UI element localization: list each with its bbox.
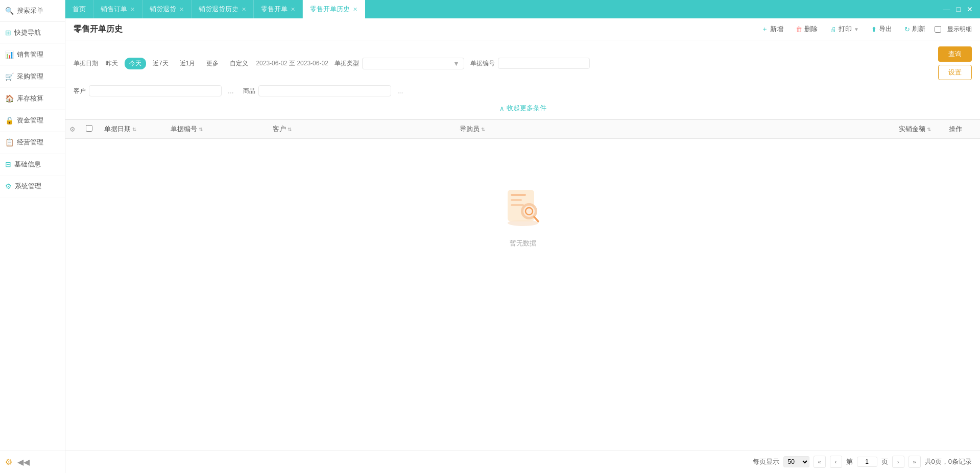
base-info-icon: ⊟ xyxy=(5,160,11,168)
sidebar-search-label: 搜索采单 xyxy=(17,6,43,15)
tab-close-icon[interactable]: ✕ xyxy=(242,6,246,13)
tab-sales-order[interactable]: 销售订单 ✕ xyxy=(93,0,142,18)
settings-icon[interactable]: ⚙ xyxy=(5,457,12,467)
refresh-button[interactable]: ↻ 刷新 xyxy=(901,22,928,36)
sidebar-item-sys-mgmt[interactable]: ⚙ 系统管理 xyxy=(0,176,65,197)
bill-num-label: 单据编号 xyxy=(470,59,495,68)
sidebar-nav-label: 基础信息 xyxy=(14,160,41,169)
query-button[interactable]: 查询 xyxy=(938,46,972,62)
goods-label: 商品 xyxy=(243,87,255,95)
sidebar: 🔍 搜索采单 ⊞ 快捷导航 📊 销售管理 🛒 采购管理 🏠 库存核算 🔒 资金管… xyxy=(0,0,65,473)
th-date[interactable]: 单据日期 ⇅ xyxy=(100,125,166,134)
delete-button[interactable]: 🗑 删除 xyxy=(793,22,821,36)
customer-input[interactable] xyxy=(89,85,222,96)
pagination: 每页显示 50 20 100 « ‹ 第 页 › » 共0页，0条记录 xyxy=(65,450,980,473)
tab-pos-open-history[interactable]: 零售开单历史 ✕ xyxy=(303,0,365,18)
filter-settings-button[interactable]: 设置 xyxy=(938,65,972,80)
sidebar-item-sales-mgmt[interactable]: 📊 销售管理 xyxy=(0,44,65,66)
tab-sales-return-history[interactable]: 销货退货历史 ✕ xyxy=(192,0,254,18)
sidebar-search[interactable]: 🔍 搜索采单 xyxy=(0,0,65,22)
empty-text: 暂无数据 xyxy=(510,239,536,248)
maximize-button[interactable]: □ xyxy=(957,5,961,13)
bill-type-label: 单据类型 xyxy=(334,59,359,68)
sidebar-item-quick-nav[interactable]: ⊞ 快捷导航 xyxy=(0,22,65,44)
last-page-button[interactable]: » xyxy=(909,456,921,468)
date-more-btn[interactable]: 更多 xyxy=(202,58,223,69)
export-button[interactable]: ⬆ 导出 xyxy=(868,22,895,36)
th-guide[interactable]: 导购员 ⇅ xyxy=(456,125,517,134)
page-total: 共0页，0条记录 xyxy=(925,457,972,466)
th-date-label: 单据日期 xyxy=(104,125,131,134)
table-header: ⚙ 单据日期 ⇅ 单据编号 ⇅ 客户 ⇅ 导购员 ⇅ 实销金额 xyxy=(65,119,980,139)
tab-close-icon[interactable]: ✕ xyxy=(130,6,135,13)
th-amount[interactable]: 实销金额 ⇅ xyxy=(874,125,935,134)
page-size-select[interactable]: 50 20 100 xyxy=(783,456,809,467)
date-range-display: 2023-06-02 至 2023-06-02 xyxy=(256,59,328,68)
filter-row-2: 客户 ... 商品 ... xyxy=(74,85,972,96)
sidebar-item-base-info[interactable]: ⊟ 基础信息 xyxy=(0,154,65,176)
tab-close-icon[interactable]: ✕ xyxy=(353,6,357,13)
page-label: 页 xyxy=(881,457,888,466)
filter-action-buttons: 查询 设置 xyxy=(938,46,972,80)
th-amount-label: 实销金额 xyxy=(899,125,925,134)
th-customer[interactable]: 客户 ⇅ xyxy=(269,125,456,134)
delete-icon: 🗑 xyxy=(796,26,802,33)
tab-home[interactable]: 首页 xyxy=(65,0,93,18)
sidebar-nav-label: 采购管理 xyxy=(17,72,43,81)
add-icon: ＋ xyxy=(761,24,768,34)
search-icon: 🔍 xyxy=(5,7,14,15)
sidebar-item-inventory[interactable]: 🏠 库存核算 xyxy=(0,88,65,110)
sort-guide-icon: ⇅ xyxy=(481,127,485,132)
sidebar-nav-label: 销售管理 xyxy=(17,50,43,59)
page-input[interactable] xyxy=(857,457,877,467)
tab-pos-open[interactable]: 零售开单 ✕ xyxy=(254,0,303,18)
date-custom-btn[interactable]: 自定义 xyxy=(225,58,253,69)
refresh-label: 刷新 xyxy=(912,24,925,34)
sort-num-icon: ⇅ xyxy=(199,127,203,132)
sidebar-nav-label: 系统管理 xyxy=(15,182,41,191)
collapse-sidebar-icon[interactable]: ◀◀ xyxy=(17,457,30,467)
tab-sales-order-label: 销售订单 xyxy=(101,5,127,14)
th-num[interactable]: 单据编号 ⇅ xyxy=(166,125,269,134)
tab-sales-return[interactable]: 销货退货 ✕ xyxy=(142,0,192,18)
bill-num-input[interactable] xyxy=(498,58,590,69)
date-today-btn[interactable]: 今天 xyxy=(125,58,146,69)
th-action: 操作 xyxy=(935,125,976,134)
first-page-button[interactable]: « xyxy=(814,456,826,468)
svg-line-7 xyxy=(534,217,538,221)
print-label: 打印 xyxy=(839,24,852,34)
sort-date-icon: ⇅ xyxy=(132,127,136,132)
filter-goods: 商品 ... xyxy=(243,85,407,96)
date-7days-btn[interactable]: 近7天 xyxy=(148,58,173,69)
add-label: 新增 xyxy=(770,24,783,34)
toolbar: 零售开单历史 ＋ 新增 🗑 删除 🖨 打印 ▼ ⬆ 导出 ↻ 刷新 xyxy=(65,18,980,40)
minimize-button[interactable]: — xyxy=(943,5,950,13)
window-controls: — □ ✕ xyxy=(936,0,980,18)
table-settings-icon[interactable]: ⚙ xyxy=(69,126,86,133)
next-page-button[interactable]: › xyxy=(892,456,904,468)
collapse-filter-label: 收起更多条件 xyxy=(507,104,546,113)
filter-row-1: 单据日期 昨天 今天 近7天 近1月 更多 自定义 2023-06-02 至 2… xyxy=(74,46,972,80)
prev-page-button[interactable]: ‹ xyxy=(830,456,842,468)
select-all-input[interactable] xyxy=(86,125,92,132)
collapse-filter-btn[interactable]: ∧ 收起更多条件 xyxy=(74,102,972,115)
bill-type-select[interactable]: ▼ xyxy=(362,58,464,69)
customer-more-icon[interactable]: ... xyxy=(225,86,237,96)
goods-input[interactable] xyxy=(258,85,391,96)
display-detail-checkbox[interactable] xyxy=(935,26,941,33)
inventory-icon: 🏠 xyxy=(5,94,14,103)
sidebar-nav-label: 资金管理 xyxy=(17,116,43,125)
sidebar-item-finance[interactable]: 🔒 资金管理 xyxy=(0,110,65,132)
sidebar-item-operations[interactable]: 📋 经营管理 xyxy=(0,132,65,154)
goods-more-icon[interactable]: ... xyxy=(394,86,407,96)
table-select-all-checkbox[interactable] xyxy=(86,125,100,133)
tab-close-icon[interactable]: ✕ xyxy=(179,6,184,13)
tab-bar: 首页 销售订单 ✕ 销货退货 ✕ 销货退货历史 ✕ 零售开单 ✕ 零售开单历史 … xyxy=(65,0,980,18)
close-button[interactable]: ✕ xyxy=(967,5,973,13)
date-1month-btn[interactable]: 近1月 xyxy=(175,58,200,69)
add-button[interactable]: ＋ 新增 xyxy=(758,22,786,36)
tab-close-icon[interactable]: ✕ xyxy=(291,6,295,13)
date-yesterday-btn[interactable]: 昨天 xyxy=(101,58,123,69)
sidebar-item-purchase-mgmt[interactable]: 🛒 采购管理 xyxy=(0,66,65,88)
print-button[interactable]: 🖨 打印 ▼ xyxy=(827,22,862,36)
